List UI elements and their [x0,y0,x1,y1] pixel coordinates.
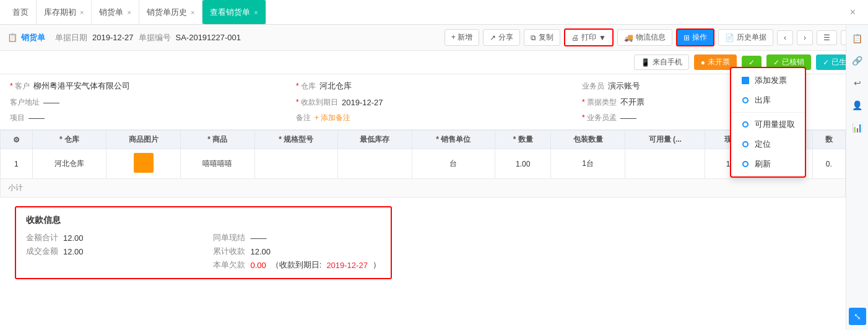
operation-button[interactable]: ⊞ 操作 [676,28,714,46]
invoice-type-value: 不开票 [620,97,644,108]
sales-order-icon: 📋 [7,33,17,42]
effective-icon: ✓ [823,58,829,67]
add-button[interactable]: + 新增 [445,29,479,46]
doc-header: 📋 销货单 单据日期 2019-12-27 单据编号 SA-20191227-0… [0,25,868,51]
deal-amount-row: 成交金额 12.00 [26,246,193,257]
list-view-button[interactable]: ☰ [817,30,837,45]
tab-sales-history[interactable]: 销货单历史 × [139,0,202,24]
date-label: 单据日期 [55,32,87,43]
product-image [134,153,154,173]
sidebar-icon-2[interactable]: 🔗 [849,52,866,69]
list-view-icon: ☰ [823,33,830,42]
right-sidebar: 📋 🔗 ↩ 👤 📊 ⤡ [846,25,868,330]
history-icon: 📄 [725,33,734,42]
sidebar-icon-3[interactable]: ↩ [849,74,866,92]
tab-sales-order-close[interactable]: × [127,9,131,16]
warehouse-label: 仓库 [296,81,316,92]
operation-dropdown: 添加发票 出库 可用量提取 定位 刷新 [730,67,806,178]
balance-row: 本单欠款 0.00 （收款到期日: 2019-12-27 ） [213,259,380,271]
invoice-type-row: 票据类型 不开票 [582,97,858,108]
prev-button[interactable]: ‹ [777,30,793,45]
sold-icon: ✓ [773,58,779,67]
doc-title: 销货单 [21,32,45,43]
payment-info-box: 收款信息 金额合计 12.00 同单现结 —— 成交金额 12.00 累计收款 … [15,206,392,279]
warehouse-value: 河北仓库 [319,80,352,92]
invoice-type-label: 票据类型 [582,97,617,108]
payment-info-grid: 金额合计 12.00 同单现结 —— 成交金额 12.00 累计收款 12.00… [26,232,381,271]
balance-value: 0.00 [250,261,266,270]
subtotal-row: 小计 [1,179,846,198]
sidebar-icon-1[interactable]: 📋 [849,30,866,47]
tab-home[interactable]: 首页 [5,0,37,24]
main-content: 📋 销货单 单据日期 2019-12-27 单据编号 SA-20191227-0… [0,25,868,330]
share-button[interactable]: ↗ 分享 [483,29,520,46]
salesperson-value: —— [620,113,636,123]
doc-meta: 单据日期 2019-12-27 单据编号 SA-20191227-001 [55,32,241,43]
payment-info-title: 收款信息 [26,215,381,226]
tab-bar: 首页 库存期初 × 销货单 × 销货单历史 × 查看销货单 × × [0,0,868,25]
payment-date-label: 收款到期日 [296,97,338,108]
row-sales-unit: 台 [412,149,495,179]
col-qty: * 数量 [495,131,551,149]
cumulative-value: 12.00 [250,247,271,256]
sidebar-expand-icon[interactable]: ⤡ [849,308,866,325]
row-qty: 1.00 [495,149,551,179]
dropdown-divider [731,112,805,113]
operation-icon: ⊞ [684,33,690,42]
phone-icon: 📱 [641,58,650,67]
employee-label: 业务员 [582,81,604,92]
tab-sales-history-close[interactable]: × [191,9,194,16]
project-value: —— [28,113,45,123]
dropdown-outbound[interactable]: 出库 [731,90,805,110]
from-phone-button[interactable]: 📱 来自手机 [634,54,689,70]
col-other: 数 [812,131,845,149]
customer-row: 客户 柳州粤港平安气体有限公司 [10,80,286,92]
warehouse-row: 仓库 河北仓库 [296,80,572,92]
col-settings[interactable]: ⚙ [1,131,33,149]
tab-view-sales[interactable]: 查看销货单 × [202,0,266,24]
window-close-button[interactable]: × [843,7,863,18]
no-value: SA-20191227-001 [176,33,241,42]
dropdown-available-qty[interactable]: 可用量提取 [731,115,805,134]
project-label: 项目 [10,113,25,123]
add-invoice-icon [741,76,750,85]
payment-date-value: 2019-12-27 [342,98,383,107]
copy-button[interactable]: ⧉ 复制 [524,29,560,46]
dropdown-locate[interactable]: 定位 [731,134,805,154]
refresh-icon [741,160,750,168]
deal-amount-value: 12.00 [63,247,84,256]
salesperson-row: 业务员孟 —— [582,113,858,123]
same-order-value: —— [250,233,266,243]
logistics-icon: 🚚 [624,33,633,42]
history-button[interactable]: 📄 历史单据 [718,29,773,46]
salesperson-label: 业务员孟 [582,113,617,123]
sidebar-icon-4[interactable]: 👤 [849,97,866,114]
row-other: 0. [812,149,845,179]
same-order-label: 同单现结 [213,232,245,243]
employee-row: 业务员 演示账号 [582,80,858,92]
tab-inventory-init[interactable]: 库存期初 × [37,0,92,24]
invoice-icon: ● [701,58,705,67]
customer-value: 柳州粤港平安气体有限公司 [33,80,130,92]
tab-sales-order[interactable]: 销货单 × [92,0,139,24]
sidebar-icon-5[interactable]: 📊 [849,119,866,136]
print-button[interactable]: 🖨 打印 ▼ [564,28,614,46]
next-button[interactable]: › [797,30,813,45]
col-warehouse: * 仓库 [32,131,106,149]
date-value: 2019-12-27 [92,33,134,42]
bottom-section: 收款信息 金额合计 12.00 同单现结 —— 成交金额 12.00 累计收款 … [0,198,868,288]
dropdown-refresh[interactable]: 刷新 [731,154,805,174]
dropdown-add-invoice[interactable]: 添加发票 [731,71,805,90]
total-amount-value: 12.00 [63,233,84,243]
print-icon: 🖨 [571,33,579,42]
tab-inventory-close[interactable]: × [80,9,84,16]
toolbar: + 新增 ↗ 分享 ⧉ 复制 🖨 打印 ▼ 🚚 物流信息 ⊞ 操作 [445,28,861,46]
products-table: ⚙ * 仓库 商品图片 * 商品 * 规格型号 最低库存 * 销售单位 * 数量… [0,130,846,198]
tab-view-sales-close[interactable]: × [254,9,258,16]
add-note-button[interactable]: 添加备注 [315,113,350,123]
logistics-button[interactable]: 🚚 物流信息 [617,29,672,46]
row-product: 嘻嘻嘻嘻 [180,149,254,179]
note-row: 备注 添加备注 [296,113,572,123]
col-product: * 商品 [180,131,254,149]
row-spec [254,149,337,179]
